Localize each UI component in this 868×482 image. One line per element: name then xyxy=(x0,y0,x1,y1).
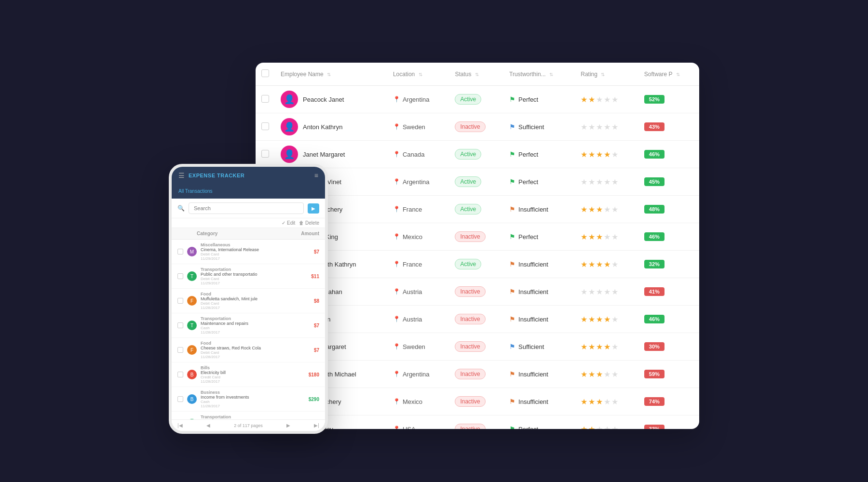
more-icon[interactable]: ≡ xyxy=(314,172,318,179)
row-checkbox[interactable] xyxy=(261,95,269,103)
location-icon: 📍 xyxy=(393,343,400,350)
location-icon: 📍 xyxy=(393,96,400,103)
row-checkbox[interactable] xyxy=(261,150,269,158)
flag-icon: ⚑ xyxy=(509,205,515,213)
app-title: EXPENSE TRACKER xyxy=(189,173,244,178)
search-button[interactable]: ▶ xyxy=(308,203,319,214)
mobile-search-bar: 🔍 ▶ xyxy=(172,199,325,218)
select-all-checkbox[interactable] xyxy=(256,63,275,86)
star-3: ★ xyxy=(596,232,603,241)
row-checkbox[interactable] xyxy=(177,249,183,254)
trustworthy-value: Perfect xyxy=(518,233,538,241)
filter-name-icon[interactable]: ⇅ xyxy=(327,72,331,77)
filter-rating-icon[interactable]: ⇅ xyxy=(601,72,605,77)
star-5: ★ xyxy=(611,205,618,214)
delete-button[interactable]: 🗑 Delete xyxy=(299,220,319,226)
star-3: ★ xyxy=(596,370,603,379)
row-checkbox[interactable] xyxy=(261,122,269,130)
flag-icon: ⚑ xyxy=(509,260,515,268)
star-2: ★ xyxy=(588,287,595,296)
avatar: 👤 xyxy=(281,118,298,135)
star-3: ★ xyxy=(596,315,603,324)
list-item[interactable]: T Transportation Public and other transp… xyxy=(172,264,325,289)
search-input[interactable] xyxy=(189,202,304,214)
location-value: Sweden xyxy=(403,343,425,350)
rating-stars: ★★★★★ xyxy=(581,425,633,429)
trustworthy-value: Sufficient xyxy=(518,343,544,350)
star-4: ★ xyxy=(604,425,610,429)
prev-page-btn[interactable]: ◀ xyxy=(206,423,210,428)
pagination-info: 2 of 117 pages xyxy=(234,423,263,428)
star-3: ★ xyxy=(596,425,603,429)
location-value: Argentina xyxy=(403,178,430,186)
star-3: ★ xyxy=(596,342,603,351)
col-amount-header: Amount xyxy=(290,231,319,236)
filter-status-icon[interactable]: ⇅ xyxy=(475,72,479,77)
row-checkbox[interactable] xyxy=(177,396,183,402)
star-2: ★ xyxy=(588,425,595,429)
star-5: ★ xyxy=(611,177,618,187)
transaction-content: Miscellaneous Cinema, International Rele… xyxy=(201,242,296,261)
star-3: ★ xyxy=(596,95,603,104)
star-5: ★ xyxy=(611,342,618,351)
list-item[interactable]: B Business Income from investments Cash1… xyxy=(172,387,325,412)
category-name: Food xyxy=(201,292,296,296)
next-page-btn[interactable]: ▶ xyxy=(286,423,290,428)
transaction-desc: Income from investments xyxy=(201,395,296,400)
star-1: ★ xyxy=(581,342,587,351)
row-checkbox[interactable] xyxy=(177,347,183,353)
software-badge: 46% xyxy=(644,150,665,159)
transaction-amount: $7 xyxy=(300,249,319,254)
location-icon: 📍 xyxy=(393,261,400,268)
row-checkbox[interactable] xyxy=(177,322,183,328)
star-1: ★ xyxy=(581,150,587,159)
transaction-amount: $11 xyxy=(300,274,319,279)
row-checkbox[interactable] xyxy=(177,273,183,279)
trustworthy-value: Insufficient xyxy=(518,206,548,213)
software-badge: 43% xyxy=(644,122,665,131)
transaction-content: Business Income from investments Cash11/… xyxy=(201,390,296,408)
filter-location-icon[interactable]: ⇅ xyxy=(419,72,422,77)
filter-trust-icon[interactable]: ⇅ xyxy=(549,72,553,77)
software-badge: 46% xyxy=(644,315,665,323)
row-checkbox[interactable] xyxy=(177,298,183,304)
row-checkbox[interactable] xyxy=(177,372,183,377)
employee-name: Peacock Janet xyxy=(303,96,344,103)
star-5: ★ xyxy=(611,397,618,406)
category-name: Food xyxy=(201,341,296,346)
trustworthy-value: Perfect xyxy=(518,151,538,158)
rating-stars: ★★★★★ xyxy=(581,397,633,406)
transaction-desc: Muffuletta sandwich, Mint jule xyxy=(201,296,296,301)
location-icon: 📍 xyxy=(393,123,400,130)
list-item[interactable]: T Transportation Maintenance and repairs… xyxy=(172,313,325,338)
edit-button[interactable]: ✓ Edit xyxy=(282,220,295,226)
location-value: Austria xyxy=(403,316,422,323)
trustworthy-value: Perfect xyxy=(518,96,538,103)
category-name: Transportation xyxy=(201,415,296,419)
star-2: ★ xyxy=(588,232,595,241)
status-badge: Inactive xyxy=(455,424,485,429)
star-2: ★ xyxy=(588,122,595,132)
list-item[interactable]: F Food Muffuletta sandwich, Mint jule De… xyxy=(172,289,325,313)
hamburger-icon[interactable]: ☰ xyxy=(178,172,185,179)
star-2: ★ xyxy=(588,260,595,269)
star-4: ★ xyxy=(604,315,610,324)
list-item[interactable]: M Miscellaneous Cinema, International Re… xyxy=(172,240,325,264)
flag-icon: ⚑ xyxy=(509,233,515,241)
all-transactions-label[interactable]: All Transactions xyxy=(178,188,213,194)
last-page-btn[interactable]: ▶| xyxy=(314,423,319,428)
first-page-btn[interactable]: |◀ xyxy=(177,423,183,428)
star-1: ★ xyxy=(581,232,587,241)
avatar: 👤 xyxy=(281,91,298,108)
list-item[interactable]: B Bills Electricity bill Credit Card11/2… xyxy=(172,362,325,387)
flag-icon: ⚑ xyxy=(509,398,515,405)
status-badge: Inactive xyxy=(455,396,485,407)
location-value: Mexico xyxy=(403,233,422,241)
filter-software-icon[interactable]: ⇅ xyxy=(676,72,680,77)
star-5: ★ xyxy=(611,150,618,159)
list-item[interactable]: F Food Cheese straws, Red Rock Cola Debi… xyxy=(172,338,325,362)
transaction-payment-date: Debit Card11/28/2017 xyxy=(201,350,296,359)
transaction-desc: Maintenance and repairs xyxy=(201,321,296,326)
status-badge: Active xyxy=(455,176,481,187)
location-value: Argentina xyxy=(403,371,430,378)
